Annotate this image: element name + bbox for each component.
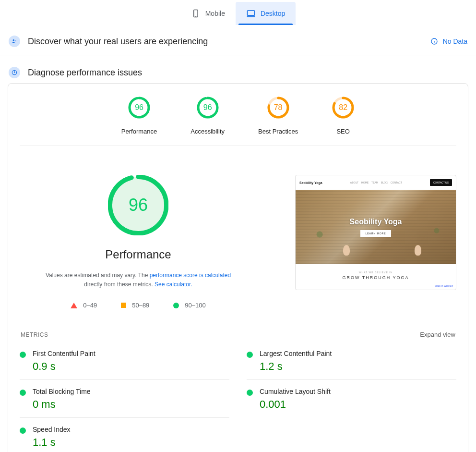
- category-gauges: 96 Performance 96 Accessibility 78 Best …: [20, 93, 456, 146]
- triangle-icon: [71, 303, 77, 308]
- performance-big-score: 96: [108, 175, 168, 235]
- lighthouse-card: 96 Performance 96 Accessibility 78 Best …: [8, 83, 468, 452]
- performance-row: 96 Performance Values are estimated and …: [20, 175, 456, 309]
- metric-total-blocking-time[interactable]: Total Blocking Time 0 ms: [20, 379, 229, 417]
- performance-big-gauge: 96: [108, 175, 168, 235]
- gauge-label: Best Practices: [258, 128, 298, 135]
- perf-calc-link[interactable]: performance score is calculated: [150, 272, 231, 279]
- preview-cta: CONTACT US: [430, 179, 452, 186]
- tab-desktop[interactable]: Desktop: [236, 2, 296, 25]
- metrics-grid: First Contentful Paint 0.9 s Largest Con…: [20, 342, 456, 452]
- tab-desktop-label: Desktop: [261, 10, 285, 17]
- gauge-label: Performance: [121, 128, 157, 135]
- gauge-seo[interactable]: 82 SEO: [332, 96, 355, 135]
- metric-name: Speed Index: [33, 426, 229, 433]
- preview-learn-more: LEARN MORE: [360, 230, 391, 237]
- legend-mid: 50–89: [121, 302, 149, 309]
- desktop-icon: [246, 9, 256, 18]
- metric-speed-index[interactable]: Speed Index 1.1 s: [20, 417, 229, 452]
- metric-largest-contentful-paint[interactable]: Largest Contentful Paint 1.2 s: [247, 342, 456, 379]
- gauge-label: Accessibility: [190, 128, 225, 135]
- preview-small: WHAT WE BELIEVE IN: [296, 271, 456, 274]
- metric-first-contentful-paint[interactable]: First Contentful Paint 0.9 s: [20, 342, 229, 379]
- performance-summary: 96 Performance Values are estimated and …: [20, 175, 257, 309]
- status-dot-icon: [247, 352, 253, 358]
- metric-value: 0.001: [260, 398, 456, 411]
- preview-nav: ABOUT HOME TEAM BLOG CONTACT: [350, 181, 402, 184]
- metric-name: Cumulative Layout Shift: [260, 388, 456, 395]
- metrics-title: METRICS: [21, 331, 48, 338]
- rux-title: Discover what your real users are experi…: [28, 37, 208, 47]
- info-icon: [430, 37, 438, 45]
- svg-point-4: [13, 39, 15, 41]
- performance-title: Performance: [105, 248, 171, 261]
- metric-value: 0 ms: [33, 398, 229, 411]
- status-dot-icon: [20, 428, 26, 434]
- gauge-score: 82: [332, 96, 355, 119]
- metric-name: Largest Contentful Paint: [260, 350, 456, 357]
- status-dot-icon: [20, 352, 26, 358]
- see-calculator-link[interactable]: See calculator.: [155, 281, 192, 288]
- no-data-label: No Data: [443, 37, 467, 45]
- svg-point-5: [15, 40, 16, 41]
- preview-grow: GROW THROUGH YOGA: [296, 275, 456, 280]
- rux-section: Discover what your real users are experi…: [0, 25, 476, 56]
- gauge-score: 96: [196, 96, 219, 119]
- tab-mobile-label: Mobile: [205, 10, 225, 17]
- perf-desc-mid: directly from these metrics.: [84, 281, 155, 288]
- svg-point-10: [14, 72, 15, 73]
- status-dot-icon: [247, 390, 253, 396]
- metrics-header: METRICS Expand view: [20, 331, 456, 338]
- device-tabs: Mobile Desktop: [0, 0, 476, 25]
- metric-value: 1.1 s: [33, 436, 229, 449]
- legend-bad: 0–49: [71, 302, 97, 309]
- metric-name: Total Blocking Time: [33, 388, 229, 395]
- square-icon: [121, 303, 126, 308]
- gauge-score: 96: [128, 96, 151, 119]
- mobile-icon: [191, 9, 201, 18]
- metric-cumulative-layout-shift[interactable]: Cumulative Layout Shift 0.001: [247, 379, 456, 417]
- metric-value: 0.9 s: [33, 360, 229, 373]
- preview-badge: Made in Webflow: [435, 284, 453, 287]
- circle-icon: [173, 303, 179, 308]
- diagnose-title: Diagnose performance issues: [28, 68, 142, 78]
- preview-hero-title: Seobility Yoga: [350, 218, 402, 226]
- svg-rect-2: [247, 11, 254, 15]
- metric-name: First Contentful Paint: [33, 350, 229, 357]
- perf-desc-prefix: Values are estimated and may vary. The: [46, 272, 150, 279]
- gauge-performance[interactable]: 96 Performance: [121, 96, 157, 135]
- expand-view-toggle[interactable]: Expand view: [420, 331, 455, 338]
- score-legend: 0–49 50–89 90–100: [71, 302, 205, 309]
- status-dot-icon: [20, 390, 26, 396]
- page-preview: Seobility Yoga ABOUT HOME TEAM BLOG CONT…: [295, 175, 456, 290]
- gauge-accessibility[interactable]: 96 Accessibility: [190, 96, 225, 135]
- gauge-score: 78: [267, 96, 290, 119]
- no-data-link[interactable]: No Data: [430, 37, 467, 45]
- gauge-best-practices[interactable]: 78 Best Practices: [258, 96, 298, 135]
- tab-mobile[interactable]: Mobile: [180, 2, 236, 25]
- preview-brand: Seobility Yoga: [299, 181, 322, 184]
- diagnose-icon: [9, 67, 20, 78]
- performance-desc: Values are estimated and may vary. The p…: [42, 271, 234, 289]
- diagnose-section: Diagnose performance issues: [0, 56, 476, 83]
- users-icon: [9, 36, 20, 47]
- gauge-label: SEO: [336, 128, 349, 135]
- metric-value: 1.2 s: [260, 360, 456, 373]
- legend-good: 90–100: [173, 302, 205, 309]
